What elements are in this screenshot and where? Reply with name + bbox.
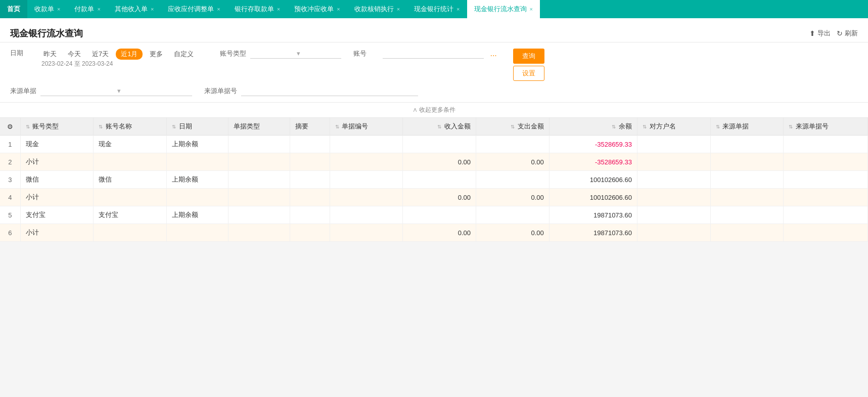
nav-tab-yingshouyingfu[interactable]: 应收应付调整单 × xyxy=(161,0,227,18)
table-row[interactable]: 4 小计 0.00 0.00 100102606.60 xyxy=(0,189,868,206)
row-counterpart xyxy=(637,153,710,171)
date-range: 2023-02-24 至 2023-03-24 xyxy=(41,60,198,68)
account-input[interactable] xyxy=(383,49,484,59)
row-index: 3 xyxy=(0,171,20,189)
row-counterpart xyxy=(637,171,710,189)
sort-icon: ⇅ xyxy=(643,124,647,129)
page-header: 现金银行流水查询 ⬆ 导出 ↻ 刷新 xyxy=(0,18,868,42)
export-icon: ⬆ xyxy=(809,29,815,37)
date-btn-today[interactable]: 今天 xyxy=(64,49,85,60)
row-expense: 0.00 xyxy=(476,153,550,171)
row-account-name: 现金 xyxy=(94,136,167,153)
close-icon[interactable]: × xyxy=(217,0,220,18)
col-doc-type[interactable]: 单据类型 xyxy=(229,118,290,136)
date-btn-yesterday[interactable]: 昨天 xyxy=(39,49,61,60)
close-icon[interactable]: × xyxy=(337,0,340,18)
date-btn-1month[interactable]: 近1月 xyxy=(116,49,143,60)
row-doc-no xyxy=(330,206,403,224)
row-counterpart xyxy=(637,136,710,153)
row-doc-type xyxy=(229,189,290,206)
row-source-doc xyxy=(710,153,784,171)
col-date[interactable]: ⇅ 日期 xyxy=(167,118,229,136)
row-source-doc xyxy=(710,136,784,153)
col-summary[interactable]: 摘要 xyxy=(290,118,330,136)
col-income[interactable]: ⇅ 收入金额 xyxy=(403,118,476,136)
source-doc-select[interactable]: ▾ xyxy=(40,86,192,96)
row-income xyxy=(403,171,476,189)
row-doc-type xyxy=(229,171,290,189)
row-income: 0.00 xyxy=(403,189,476,206)
nav-tab-xianjintongji[interactable]: 现金银行统计 × xyxy=(407,0,467,18)
col-counterpart[interactable]: ⇅ 对方户名 xyxy=(637,118,710,136)
col-expense[interactable]: ⇅ 支出金额 xyxy=(476,118,550,136)
col-source-doc-no[interactable]: ⇅ 来源单据号 xyxy=(784,118,868,136)
col-source-doc[interactable]: ⇅ 来源单据 xyxy=(710,118,784,136)
query-button[interactable]: 查询 xyxy=(513,49,544,64)
row-date xyxy=(167,189,229,206)
row-expense: 0.00 xyxy=(476,189,550,206)
col-account-name[interactable]: ⇅ 账号名称 xyxy=(94,118,167,136)
row-summary xyxy=(290,153,330,171)
col-balance[interactable]: ⇅ 余额 xyxy=(549,118,637,136)
close-icon[interactable]: × xyxy=(397,0,400,18)
date-options: 昨天 今天 近7天 近1月 更多 自定义 xyxy=(39,49,198,60)
row-doc-no xyxy=(330,136,403,153)
col-account-type[interactable]: ⇅ 账号类型 xyxy=(20,118,94,136)
nav-tab-qitashouru[interactable]: 其他收入单 × xyxy=(108,0,161,18)
source-doc-no-input[interactable] xyxy=(241,86,418,96)
refresh-button[interactable]: ↻ 刷新 xyxy=(837,29,858,38)
close-icon[interactable]: × xyxy=(530,0,533,18)
table-row[interactable]: 3 微信 微信 上期余额 100102606.60 xyxy=(0,171,868,189)
settings-button[interactable]: 设置 xyxy=(513,66,544,81)
row-doc-no xyxy=(330,171,403,189)
sort-icon: ⇅ xyxy=(612,124,616,129)
sort-icon: ⇅ xyxy=(437,124,441,129)
gear-icon: ⚙ xyxy=(7,123,13,130)
nav-tab-shoukuandan[interactable]: 收款单 × xyxy=(27,0,67,18)
row-income: 0.00 xyxy=(403,153,476,171)
row-summary xyxy=(290,171,330,189)
export-button[interactable]: ⬆ 导出 xyxy=(809,29,831,38)
chevron-down-icon: ▾ xyxy=(297,50,338,57)
date-btn-7days[interactable]: 近7天 xyxy=(88,49,113,60)
row-income xyxy=(403,206,476,224)
row-source-doc-no xyxy=(784,171,868,189)
col-gear[interactable]: ⚙ xyxy=(0,118,20,136)
row-counterpart xyxy=(637,224,710,242)
nav-home[interactable]: 首页 xyxy=(0,0,27,18)
account-type-select[interactable]: ▾ xyxy=(250,49,341,59)
row-date: 上期余额 xyxy=(167,206,229,224)
table-row[interactable]: 6 小计 0.00 0.00 19871073.60 xyxy=(0,224,868,242)
header-actions: ⬆ 导出 ↻ 刷新 xyxy=(809,29,858,38)
table-row[interactable]: 1 现金 现金 上期余额 -3528659.33 xyxy=(0,136,868,153)
table-row[interactable]: 5 支付宝 支付宝 上期余额 19871073.60 xyxy=(0,206,868,224)
nav-tab-yushou[interactable]: 预收冲应收单 × xyxy=(287,0,347,18)
close-icon[interactable]: × xyxy=(97,0,100,18)
nav-tab-fukuandan[interactable]: 付款单 × xyxy=(67,0,107,18)
date-btn-more[interactable]: 更多 xyxy=(146,49,167,60)
col-doc-no[interactable]: ⇅ 单据编号 xyxy=(330,118,403,136)
close-icon[interactable]: × xyxy=(456,0,460,18)
row-source-doc-no xyxy=(784,206,868,224)
sort-icon: ⇅ xyxy=(172,124,176,129)
row-account-type: 支付宝 xyxy=(20,206,94,224)
account-ellipsis[interactable]: ... xyxy=(490,49,496,58)
date-btn-custom[interactable]: 自定义 xyxy=(170,49,198,60)
row-account-type: 小计 xyxy=(20,189,94,206)
close-icon[interactable]: × xyxy=(277,0,280,18)
nav-tab-yinhangshequ[interactable]: 银行存取款单 × xyxy=(227,0,287,18)
row-account-type: 现金 xyxy=(20,136,94,153)
row-balance: -3528659.33 xyxy=(549,153,637,171)
close-icon[interactable]: × xyxy=(57,0,60,18)
nav-tab-shoukuanhexiao[interactable]: 收款核销执行 × xyxy=(347,0,407,18)
table-container: ⚙ ⇅ 账号类型 ⇅ 账号名称 ⇅ 日期 单据类型 摘要 xyxy=(0,118,868,242)
table-row[interactable]: 2 小计 0.00 0.00 -3528659.33 xyxy=(0,153,868,171)
row-doc-type xyxy=(229,153,290,171)
row-balance: 100102606.60 xyxy=(549,189,637,206)
nav-tab-xianjinliushui[interactable]: 现金银行流水查询 × xyxy=(467,0,540,18)
collapse-bar[interactable]: ∧ 收起更多条件 xyxy=(0,103,868,118)
row-doc-no xyxy=(330,189,403,206)
row-index: 4 xyxy=(0,189,20,206)
row-counterpart xyxy=(637,189,710,206)
close-icon[interactable]: × xyxy=(151,0,154,18)
